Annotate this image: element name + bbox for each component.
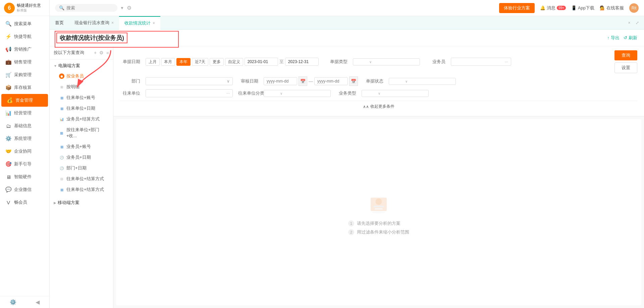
salesman-more[interactable]: ··· xyxy=(505,59,508,64)
sidebar-item-search-menu[interactable]: 🔍 搜索菜单 xyxy=(0,17,49,30)
demo-btn[interactable]: 体验行业方案 xyxy=(499,3,535,13)
scheme-item-salesman-settle[interactable]: 📊 业务员+结算方式 xyxy=(50,114,113,124)
sidebar-item-marketing[interactable]: 📢 营销推广 xyxy=(0,43,49,56)
scheme-item-icon-6: ▦ xyxy=(59,144,64,149)
tab-collection-stats[interactable]: 收款情况统计 × xyxy=(119,16,160,30)
doc-status-select[interactable]: ∨ xyxy=(389,78,456,85)
scheme-item-icon-0: ⏺ xyxy=(59,73,64,79)
step-2-text: 用过滤条件来缩小分析范围 xyxy=(357,229,409,235)
date-from-input[interactable] xyxy=(245,58,278,66)
refresh-label: 刷新 xyxy=(629,35,637,41)
export-label: 导出 xyxy=(611,35,620,41)
partner-category-label: 往来单位分类 xyxy=(238,90,258,96)
doc-status-label: 单据状态 xyxy=(363,78,383,84)
partner-select[interactable]: ··· xyxy=(146,89,233,97)
biz-type-label: 业务类型 xyxy=(336,90,356,96)
scheme-collapse-btn[interactable]: « xyxy=(106,50,109,55)
tab-bank-flow-close[interactable]: × xyxy=(111,20,114,25)
sidebar-item-finance[interactable]: 💰 资金管理 xyxy=(1,94,48,107)
topbar-dropdown-icon[interactable]: ▼ xyxy=(120,6,124,10)
scheme-item-salesman-account[interactable]: ▦ 业务员+账号 xyxy=(50,141,113,152)
scheme-item-partner-dept[interactable]: ▦ 按往来单位+部门+收... xyxy=(50,124,113,141)
sidebar: 6 畅捷通好生意 标准版 🔍 搜索菜单 ⚡ 快捷导航 📢 营销推广 💼 销售管理… xyxy=(0,0,50,308)
user-avatar[interactable]: Rit xyxy=(629,3,639,13)
sidebar-item-enterprise[interactable]: 🤝 企业协同 xyxy=(0,145,49,158)
scheme-item-salesman-date[interactable]: 🕐 业务员+日期 xyxy=(50,152,113,163)
collapse-row[interactable]: ∧∧ 收起更多条件 xyxy=(120,101,637,112)
date-btn-custom[interactable]: 自定义 xyxy=(225,58,243,66)
scheme-group-desktop: ▼ 电脑端方案 ⏺ 按业务员 ⊞ 按明细 ▦ 往来单位+账号 ▦ 往来单位+ xyxy=(50,59,113,196)
dept-select[interactable]: ∨ xyxy=(146,77,233,85)
scheme-item-icon-7: 🕐 xyxy=(59,155,64,160)
dept-label: 部门 xyxy=(120,78,140,84)
tab-collection-stats-close[interactable]: × xyxy=(153,21,155,25)
sidebar-item-operation[interactable]: 📊 经营管理 xyxy=(0,107,49,119)
partner-more[interactable]: ··· xyxy=(226,91,230,96)
sidebar-item-purchase[interactable]: 🛒 采购管理 xyxy=(0,68,49,81)
scheme-group-mobile-header[interactable]: ▶ 移动端方案 xyxy=(50,198,113,208)
tab-home[interactable]: 首页 xyxy=(50,16,69,30)
sidebar-item-sales[interactable]: 💼 销售管理 xyxy=(0,56,49,68)
sidebar-item-member[interactable]: V 畅会员 xyxy=(0,196,49,209)
review-date-to[interactable] xyxy=(314,77,348,85)
scheme-item-partner-account[interactable]: ▦ 往来单位+账号 xyxy=(50,92,113,103)
empty-steps: 1 请先选择要分析的方案 2 用过滤条件来缩小分析范围 xyxy=(348,220,409,235)
scheme-item-partner-date[interactable]: ▦ 往来单位+日期 xyxy=(50,103,113,114)
collapse-sidebar-icon[interactable]: ◀ xyxy=(36,299,40,305)
date-btn-last-month[interactable]: 上月 xyxy=(146,58,160,66)
app-download-btn[interactable]: 📱 App下载 xyxy=(571,5,594,11)
settings-btn[interactable]: 设置 xyxy=(614,62,637,73)
step-1-text: 请先选择要分析的方案 xyxy=(357,220,400,226)
partner-category-select[interactable]: ∨ xyxy=(264,90,331,97)
sidebar-bottom: ⚙️ ◀ xyxy=(0,296,49,308)
date-btn-this-month[interactable]: 本月 xyxy=(161,58,175,66)
scheme-item-by-salesman[interactable]: ⏺ 按业务员 xyxy=(50,71,113,82)
search-input[interactable] xyxy=(66,5,113,10)
scheme-group-desktop-header[interactable]: ▼ 电脑端方案 xyxy=(50,61,113,71)
online-service-btn[interactable]: 💁 在线客服 xyxy=(600,5,624,11)
partner-category-arrow: ∨ xyxy=(280,92,282,95)
scheme-item-dept-date[interactable]: 🕐 部门+日期 xyxy=(50,163,113,173)
scheme-item-icon-8: 🕐 xyxy=(59,165,64,171)
topbar-settings-icon[interactable]: ⚙ xyxy=(127,5,131,11)
doc-type-select[interactable]: ∨ xyxy=(353,58,420,65)
date-btn-this-year[interactable]: 本年 xyxy=(176,58,191,66)
sidebar-item-wechat[interactable]: 💬 企业微信 xyxy=(0,183,49,196)
refresh-btn[interactable]: ↺ 刷新 xyxy=(624,35,637,41)
review-date-calendar-from[interactable]: 📅 xyxy=(299,76,307,86)
page-header: 收款情况统计(按业务员) ↑ 导出 ↺ 刷新 xyxy=(50,30,644,46)
sidebar-item-basic-info[interactable]: 🗂 基础信息 xyxy=(0,119,49,132)
member-icon: V xyxy=(5,199,11,205)
sidebar-item-guide[interactable]: 🎯 新手引导 xyxy=(0,158,49,170)
sidebar-item-system[interactable]: ⚙️ 系统管理 xyxy=(0,132,49,145)
maximize-window-btn[interactable]: ⤢ xyxy=(635,20,640,25)
scheme-add-btn[interactable]: + xyxy=(94,50,97,55)
sidebar-item-label: 智能硬件 xyxy=(14,174,32,180)
sidebar-item-quick-nav[interactable]: ⚡ 快捷导航 xyxy=(0,30,49,43)
scheme-settings-btn[interactable]: ⚙ xyxy=(99,50,104,55)
export-btn[interactable]: ↑ 导出 xyxy=(607,35,620,41)
topbar: 🔍 ▼ ⚙ 体验行业方案 🔔 消息 99+ 📱 App下载 💁 在线客服 Ri xyxy=(50,0,644,16)
query-btn[interactable]: 查询 xyxy=(614,50,637,60)
logo-title: 畅捷通好生意 xyxy=(17,3,41,8)
tab-bank-flow[interactable]: 现金银行流水查询 × xyxy=(69,16,119,30)
biz-type-select[interactable]: ∨ xyxy=(362,90,429,97)
review-date-from[interactable] xyxy=(264,77,297,85)
scheme-item-by-detail[interactable]: ⊞ 按明细 xyxy=(50,82,113,92)
close-window-btn[interactable]: × xyxy=(627,20,632,25)
scheme-item-partner-settle-1[interactable]: ⊟ 往来单位+结算方式 xyxy=(50,173,113,184)
query-panel: 单据日期 上月 本月 本年 近7天 更多 自定义 至 xyxy=(113,46,644,308)
date-btn-more[interactable]: 更多 xyxy=(210,58,224,66)
salesman-label: 业务员 xyxy=(425,59,445,65)
date-to-input[interactable] xyxy=(285,58,319,66)
date-btn-7days[interactable]: 近7天 xyxy=(192,58,208,66)
collapse-text: ∧∧ 收起更多条件 xyxy=(363,104,394,109)
sidebar-item-inventory[interactable]: 📦 库存核算 xyxy=(0,81,49,94)
topbar-search-box[interactable]: 🔍 xyxy=(55,4,117,12)
salesman-select[interactable]: ··· xyxy=(451,58,511,66)
review-date-calendar-to[interactable]: 📅 xyxy=(349,76,358,86)
sidebar-item-hardware[interactable]: 🖥 智能硬件 xyxy=(0,170,49,183)
notification-btn[interactable]: 🔔 消息 99+ xyxy=(540,5,566,11)
scheme-item-partner-settle-2[interactable]: ▦ 往来单位+结算方式 xyxy=(50,184,113,195)
settings-bottom-icon[interactable]: ⚙️ xyxy=(10,299,16,305)
